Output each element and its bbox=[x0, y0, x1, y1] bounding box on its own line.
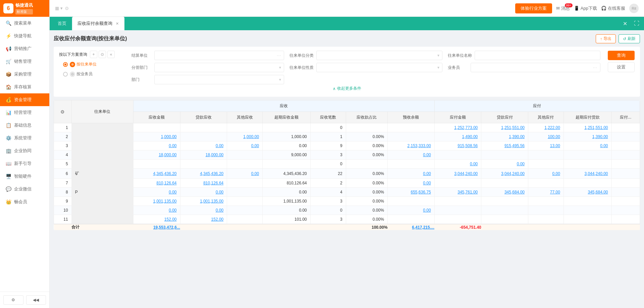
tab-close-icon[interactable]: ✕ bbox=[116, 21, 119, 26]
unit-name bbox=[71, 123, 133, 132]
sidebar-item-9[interactable]: ⚙️系统管理 bbox=[0, 132, 49, 144]
sidebar-item-5[interactable]: 🏠库存核算 bbox=[0, 81, 49, 93]
more-scheme-btn[interactable]: « bbox=[107, 51, 115, 58]
sidebar-item-11[interactable]: 📖新手引导 bbox=[0, 157, 49, 170]
loan-receivable[interactable]: 810,126.64 bbox=[180, 179, 227, 188]
other-payable[interactable]: 13.00 bbox=[528, 141, 564, 150]
receivable-amount[interactable]: 0.00 bbox=[133, 188, 180, 197]
sidebar-item-1[interactable]: ⚡快捷导航 bbox=[0, 30, 49, 42]
unit-nature-input[interactable]: ▾ bbox=[316, 63, 442, 72]
online-service-btn[interactable]: 🎧 在线客服 bbox=[601, 5, 625, 11]
loan-payable[interactable]: 915,495.56 bbox=[481, 141, 528, 150]
message-btn[interactable]: ✉ 消息 99+ bbox=[556, 5, 570, 11]
overdue-payable[interactable]: 345,684.00 bbox=[564, 188, 611, 197]
sidebar-item-0[interactable]: 🔍搜索菜单 bbox=[0, 17, 49, 30]
add-scheme-btn[interactable]: + bbox=[90, 51, 97, 58]
overdue-payable[interactable]: 1,251,551.00 bbox=[564, 123, 611, 132]
loan-payable[interactable]: 345,684.00 bbox=[481, 188, 528, 197]
overdue-payable[interactable]: 0.00 bbox=[564, 141, 611, 150]
tab-close-window-btn[interactable]: ✕ bbox=[621, 20, 629, 28]
user-avatar[interactable]: Rit bbox=[629, 4, 639, 13]
receivable-amount[interactable]: 810,126.64 bbox=[133, 179, 180, 188]
prepaid[interactable]: 0.00 bbox=[387, 150, 434, 160]
receivable-amount[interactable]: 18,000.00 bbox=[133, 150, 180, 160]
trial-btn[interactable]: 体验行业方案 bbox=[515, 3, 552, 13]
setting-btn[interactable]: 设置 bbox=[608, 62, 635, 72]
loan-receivable[interactable]: 152.00 bbox=[180, 215, 227, 224]
loan-payable[interactable]: 1,390.00 bbox=[481, 132, 528, 141]
loan-receivable[interactable]: 0.00 bbox=[180, 141, 227, 150]
query-btn[interactable]: 查询 bbox=[608, 51, 635, 60]
table-wrapper[interactable]: ⚙ 往来单位 应收 应付 应收金额 贷款应收 其他应收 超期应收金额 应收笔数 bbox=[54, 100, 640, 230]
tab-maximize-btn[interactable]: ⛶ bbox=[632, 20, 641, 28]
overdue-payable[interactable]: 1,390.00 bbox=[564, 132, 611, 141]
sidebar-item-12[interactable]: 🖥️智能硬件 bbox=[0, 170, 49, 183]
other-receivable[interactable]: 0.00 bbox=[227, 141, 263, 150]
tab-home[interactable]: 首页 bbox=[52, 17, 72, 30]
edit-scheme-btn[interactable]: ⊙ bbox=[99, 51, 106, 58]
payable-amount[interactable]: 0.00 bbox=[434, 160, 481, 169]
prepaid[interactable]: 0.00 bbox=[387, 169, 434, 179]
refresh-btn[interactable]: ↺ 刷新 bbox=[619, 34, 640, 43]
unit-name bbox=[71, 197, 133, 206]
table-settings-icon[interactable]: ⚙ bbox=[60, 109, 65, 115]
filter-collapse-btn[interactable]: ∧ 收起更多条件 bbox=[59, 84, 635, 93]
payable-amount[interactable]: 3,044,240.00 bbox=[434, 169, 481, 179]
unit-name-input[interactable] bbox=[475, 51, 600, 60]
total-receivable[interactable]: 19,553,472,6... bbox=[133, 224, 180, 230]
payable-amount[interactable]: 1,252,773.00 bbox=[434, 123, 481, 132]
sidebar-collapse-btn[interactable]: ◀◀ bbox=[26, 295, 46, 305]
other-receivable[interactable]: 1,000.00 bbox=[227, 132, 263, 141]
loan-payable[interactable]: 3,044,240.00 bbox=[481, 169, 528, 179]
unit-category-input[interactable]: ▾ bbox=[316, 51, 442, 60]
salesman-input[interactable]: ··· bbox=[471, 63, 600, 72]
payable-amount[interactable]: 915,508.56 bbox=[434, 141, 481, 150]
branch-dept-input[interactable]: ▾ bbox=[154, 75, 284, 84]
loan-payable[interactable]: 0.00 bbox=[481, 160, 528, 169]
sidebar-item-3[interactable]: 🛒销售管理 bbox=[0, 55, 49, 68]
other-payable[interactable]: 0.00 bbox=[528, 169, 564, 179]
other-payable[interactable]: 77.00 bbox=[528, 188, 564, 197]
sidebar-item-7[interactable]: 📊经营管理 bbox=[0, 106, 49, 119]
ratio: 0.00% bbox=[346, 215, 387, 224]
scheme-by-unit[interactable]: ⊕ 按往来单位 bbox=[60, 60, 126, 69]
sidebar-item-14[interactable]: 👑畅会员 bbox=[0, 195, 49, 208]
other-receivable[interactable]: 0.00 bbox=[227, 169, 263, 179]
payable-amount[interactable]: 1,490.00 bbox=[434, 132, 481, 141]
receivable-amount[interactable]: 152.00 bbox=[133, 215, 180, 224]
receivable-amount[interactable]: 1,000.00 bbox=[133, 132, 180, 141]
app-download-btn[interactable]: 📱 App下载 bbox=[574, 5, 597, 11]
export-btn[interactable]: ↑ 导出 bbox=[596, 34, 616, 43]
receivable-amount[interactable]: 1,001,135.00 bbox=[133, 197, 180, 206]
loan-payable[interactable]: 1,251,551.00 bbox=[481, 123, 528, 132]
prepaid[interactable]: 0.00 bbox=[387, 179, 434, 188]
other-payable[interactable]: 100.00 bbox=[528, 132, 564, 141]
sidebar-item-8[interactable]: 📋基础信息 bbox=[0, 119, 49, 132]
sidebar-item-13[interactable]: 💬企业微信 bbox=[0, 183, 49, 195]
loan-receivable[interactable]: 4,345,436.20 bbox=[180, 169, 227, 179]
receivable-amount[interactable]: 0.00 bbox=[133, 141, 180, 150]
receivable-amount[interactable]: 0.00 bbox=[133, 206, 180, 215]
other-payable[interactable]: 1,222.00 bbox=[528, 123, 564, 132]
col-settings[interactable]: ⚙ bbox=[54, 100, 72, 123]
loan-receivable[interactable]: 1,001,135.00 bbox=[180, 197, 227, 206]
loan-receivable[interactable]: 0.00 bbox=[180, 206, 227, 215]
sidebar-item-2[interactable]: 📢营销推广 bbox=[0, 42, 49, 55]
sidebar-item-10[interactable]: 🏢企业协同 bbox=[0, 144, 49, 157]
prepaid[interactable]: 655,636.75 bbox=[387, 188, 434, 197]
total-prepaid[interactable]: 6,417,215.... bbox=[387, 224, 434, 230]
overdue-payable[interactable]: 3,044,240.00 bbox=[564, 169, 611, 179]
settlement-unit-input[interactable]: ··· bbox=[154, 51, 284, 60]
scheme-by-salesman[interactable]: ⊙ 按业务员 bbox=[60, 70, 126, 78]
sidebar-item-4[interactable]: 📦采购管理 bbox=[0, 68, 49, 81]
loan-receivable[interactable]: 18,000.00 bbox=[180, 150, 227, 160]
prepaid[interactable]: 2,153,333.00 bbox=[387, 141, 434, 150]
prepaid[interactable]: 0.00 bbox=[387, 206, 434, 215]
receivable-amount[interactable]: 4,345,436.20 bbox=[133, 169, 180, 179]
sidebar-item-6[interactable]: 💰资金管理 bbox=[0, 93, 49, 106]
dept-input[interactable]: ▾ bbox=[154, 63, 284, 72]
loan-receivable[interactable]: 0.00 bbox=[180, 188, 227, 197]
payable-amount[interactable]: 345,761.00 bbox=[434, 188, 481, 197]
tab-query[interactable]: 应收应付余额查询 ✕ bbox=[72, 17, 124, 30]
sidebar-settings-btn[interactable]: ⚙ bbox=[3, 295, 23, 305]
